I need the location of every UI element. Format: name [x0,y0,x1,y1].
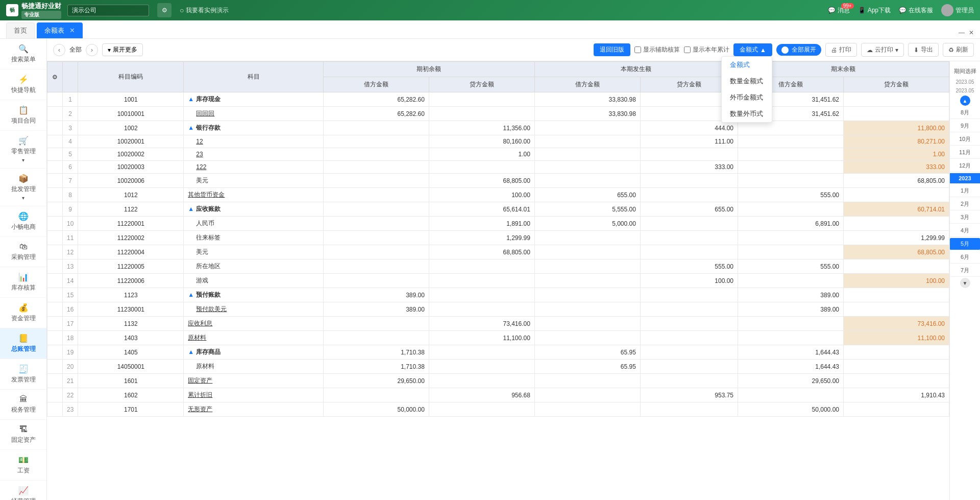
month-3[interactable]: 3月 [950,211,980,224]
show-auxiliary-check[interactable]: 显示辅助核算 [634,45,680,54]
gear-icon[interactable]: ⚙ [157,3,172,17]
message-btn[interactable]: 💬 消息 99+ [828,6,850,15]
month-1[interactable]: 1月 [950,185,980,197]
auxiliary-checkbox[interactable] [634,46,641,53]
account-code: 11220002 [78,231,184,245]
account-name[interactable]: 累计折旧 [184,388,323,402]
period-up-icon[interactable]: ▲ [960,96,970,106]
pb-credit: 953.75 [640,388,738,402]
account-name: ▲ 预付账款 [184,288,323,302]
print-btn[interactable]: 🖨 打印 [825,43,857,57]
month-5[interactable]: 5月 [950,238,980,250]
account-name[interactable]: 其他货币资金 [184,188,323,202]
company-selector[interactable]: 演示公司 [67,5,149,16]
sidebar-item-tax[interactable]: 🏛 税务管理 [0,390,46,420]
ytd-checkbox[interactable] [684,46,691,53]
expand-all-toggle[interactable]: 全部展开 [776,44,821,56]
cb-debit [738,388,843,402]
month-12[interactable]: 12月 [950,160,980,172]
ob-credit: 11,356.00 [429,121,534,135]
cloud-print-btn[interactable]: ☁ 云打印 ▾ [861,43,904,57]
user-menu[interactable]: 管理员 [941,4,974,16]
tax-icon: 🏛 [19,395,28,404]
month-2[interactable]: 2月 [950,198,980,210]
demo-link[interactable]: ○ 我要看实例演示 [180,6,229,15]
sidebar-item-ledger[interactable]: 📒 总账管理 [0,328,46,359]
sidebar-item-payroll[interactable]: 💵 工资 [0,450,46,481]
tab-balance[interactable]: 余额表 ✕ [37,22,83,38]
sidebar-item-purchase[interactable]: 🛍 采购管理 [0,237,46,267]
account-name[interactable]: 预付款美元 [184,302,323,317]
account-name: 所在地区 [184,259,323,274]
ob-credit [429,374,534,388]
month-11[interactable]: 11月 [950,147,980,159]
right-panel: 期间选择 2023.05 2023.05 ▲ 8月 9月 10月 11月 12月… [949,61,980,500]
refresh-btn[interactable]: ♻ 刷新 [943,43,974,57]
account-name[interactable]: 23 [184,148,323,161]
window-minimize-icon[interactable]: — [959,29,965,36]
show-ytd-check[interactable]: 显示本年累计 [684,45,729,54]
month-8[interactable]: 8月 [950,107,980,119]
ob-credit [429,92,534,107]
account-name[interactable]: 122 [184,161,323,174]
sidebar-item-fixed-asset[interactable]: 🏗 固定资产 [0,420,46,450]
row-number: 6 [63,161,78,174]
sidebar-item-quick-nav[interactable]: ⚡ 快捷导航 [0,69,46,100]
return-old-btn[interactable]: 退回旧版 [594,43,630,56]
pb-debit [534,374,640,388]
account-name[interactable]: 原材料 [184,331,323,345]
month-10[interactable]: 10月 [950,133,980,146]
month-9[interactable]: 9月 [950,120,980,132]
sidebar-item-capital[interactable]: 💰 资金管理 [0,298,46,328]
sidebar-item-project[interactable]: 📋 项目合同 [0,100,46,131]
sidebar-item-inventory[interactable]: 📊 库存核算 [0,267,46,298]
sidebar-item-retail[interactable]: 🛒 零售管理 ▾ [0,131,46,169]
style-option-qty-foreign[interactable]: 数量外币式 [722,106,772,122]
month-6[interactable]: 6月 [950,251,980,264]
month-4[interactable]: 4月 [950,225,980,237]
sidebar-item-invoice[interactable]: 🧾 发票管理 [0,359,46,390]
expand-more-btn[interactable]: ▾ 展开更多 [102,43,143,56]
table-settings-col[interactable]: ⚙ [47,62,63,92]
table-row: 1011220001人民币1,891.005,000.006,891.00 [47,217,949,231]
account-code: 1132 [78,317,184,331]
pb-credit [640,217,738,231]
ob-debit [323,259,429,274]
style-btn[interactable]: 金额式 ▲ [733,43,772,56]
top-bar: 畅 畅捷通好业财 专业版 演示公司 ⚙ ○ 我要看实例演示 💬 消息 99+ 📱… [0,0,980,20]
account-name[interactable]: 应收利息 [184,317,323,331]
account-code: 1601 [78,374,184,388]
period-down-icon[interactable]: ▼ [960,278,970,288]
sidebar-item-wholesale[interactable]: 📦 批发管理 ▾ [0,169,46,206]
year-2023[interactable]: 2023 [950,173,980,184]
sidebar-item-operations[interactable]: 📈 经营管理 [0,481,46,500]
tab-home[interactable]: 首页 [6,22,35,38]
nav-forward-btn[interactable]: › [86,44,98,56]
account-name[interactable]: 12 [184,135,323,148]
quick-nav-icon: ⚡ [18,75,29,84]
nav-back-btn[interactable]: ‹ [53,44,65,56]
app-download-btn[interactable]: 📱 App下载 [858,6,891,15]
account-code: 11220004 [78,245,184,259]
style-option-amount[interactable]: 金额式 [722,57,772,73]
row-settings [47,317,63,331]
month-7[interactable]: 7月 [950,265,980,277]
row-number: 20 [63,360,78,374]
account-code: 1012 [78,188,184,202]
account-code: 14050001 [78,360,184,374]
pb-debit: 5,555.00 [534,202,640,217]
account-name[interactable]: 无形资产 [184,402,323,417]
export-btn[interactable]: ⬇ 导出 [908,43,939,57]
window-close-icon[interactable]: ✕ [969,29,974,36]
account-name[interactable]: 回回回 [184,107,323,121]
ob-debit [323,161,429,174]
close-tab-icon[interactable]: ✕ [69,27,75,34]
style-option-qty-amount[interactable]: 数量金额式 [722,73,772,89]
row-number: 4 [63,135,78,148]
avatar [941,4,953,16]
sidebar-item-ecommerce[interactable]: 🌐 小畅电商 [0,206,46,237]
sidebar-item-search[interactable]: 🔍 搜索菜单 [0,39,46,69]
online-service-btn[interactable]: 💬 在线客服 [899,6,933,15]
account-name[interactable]: 固定资产 [184,374,323,388]
style-option-foreign-amount[interactable]: 外币金额式 [722,89,772,106]
